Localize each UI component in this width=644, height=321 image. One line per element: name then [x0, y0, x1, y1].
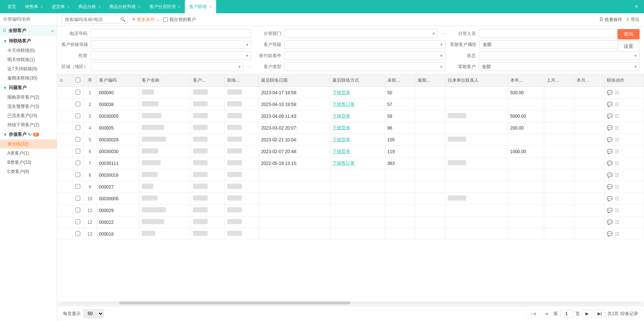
sidebar-item-churn-warning[interactable]: 流失预警客户(3)	[0, 102, 57, 111]
row-checkbox[interactable]	[75, 90, 80, 95]
contact-icon[interactable]: 💬	[607, 184, 613, 190]
more-action-icon[interactable]: ☷	[615, 231, 619, 237]
contact-icon[interactable]: 💬	[607, 160, 613, 166]
row-checkbox[interactable]	[75, 219, 80, 224]
more-action-icon[interactable]: ☷	[615, 90, 619, 95]
nav-sales[interactable]: 销售单 ×	[21, 0, 47, 13]
nav-home[interactable]: 首页	[3, 0, 21, 13]
scrollbar-thumb[interactable]	[119, 301, 351, 304]
filter-status-select[interactable]	[479, 51, 640, 60]
prev-page-button[interactable]: ◀	[541, 310, 551, 318]
nav-customer-contact-close[interactable]: ×	[209, 4, 211, 9]
row-checkbox[interactable]	[75, 113, 80, 118]
nav-analysis-close[interactable]: ×	[98, 4, 101, 9]
filter-price-level-select[interactable]	[91, 40, 251, 49]
search-icon[interactable]: 🔍	[120, 17, 126, 22]
sidebar-item-7days[interactable]: 近7天待联络(0)	[0, 64, 57, 74]
contact-icon[interactable]: 💬	[607, 125, 613, 131]
contact-icon[interactable]: 💬	[607, 102, 613, 107]
row-checkbox[interactable]	[75, 137, 80, 142]
filter-customer-type-select[interactable]	[284, 62, 445, 71]
nav-sales-close[interactable]: ×	[41, 4, 43, 9]
sidebar-item-today[interactable]: 今天待联络(0)	[0, 46, 57, 55]
nav-analysis[interactable]: 商品分析 ×	[74, 0, 105, 13]
filter-retail-attr-select[interactable]: 全部	[479, 40, 640, 49]
filter-retail-customer-select[interactable]: 全部	[479, 62, 640, 71]
row-checkbox[interactable]	[75, 196, 80, 201]
filter-payment-select[interactable]	[284, 51, 445, 60]
row-checkbox[interactable]	[75, 208, 80, 212]
contact-icon[interactable]: 💬	[607, 219, 613, 225]
more-action-icon[interactable]: ☷	[615, 184, 619, 190]
region-more-icon[interactable]: ···	[247, 64, 251, 69]
filter-dept-select[interactable]	[284, 29, 437, 38]
filter-customer-level-select[interactable]	[284, 40, 445, 49]
sidebar-group-pending[interactable]: ▼ 待联络客户	[0, 36, 57, 46]
settings-icon[interactable]: ⚙	[59, 78, 63, 83]
nav-analysis-list[interactable]: 商品分析列表 ×	[105, 0, 145, 13]
my-customers-checkbox-wrap[interactable]: 我分管的客户	[163, 17, 196, 23]
contact-icon[interactable]: 💬	[607, 172, 613, 178]
more-action-icon[interactable]: ☷	[615, 219, 619, 225]
sidebar-group-value[interactable]: ▼ 价值客户 ↻ F	[0, 130, 57, 140]
first-page-button[interactable]: |◀	[528, 310, 539, 318]
more-action-icon[interactable]: ☷	[615, 172, 619, 178]
contact-icon[interactable]: 💬	[607, 113, 613, 119]
more-action-icon[interactable]: ☷	[615, 149, 619, 154]
row-checkbox[interactable]	[75, 231, 80, 236]
more-action-icon[interactable]: ☷	[615, 208, 619, 213]
more-filters-button[interactable]: ▼ 更多条件 ⌄	[131, 17, 159, 23]
filter-manager-select[interactable]	[479, 29, 632, 38]
row-checkbox[interactable]	[75, 149, 80, 154]
my-customers-checkbox[interactable]	[163, 17, 168, 22]
contact-icon[interactable]: 💬	[607, 231, 613, 237]
refresh-icon[interactable]: ↻	[28, 132, 32, 137]
export-button[interactable]: ⇩ 导出	[626, 17, 640, 23]
contact-icon[interactable]: 💬	[607, 208, 613, 213]
batch-op-button[interactable]: ☰ 批量操作	[599, 17, 622, 23]
more-action-icon[interactable]: ☷	[615, 137, 619, 142]
filter-nature-select[interactable]	[90, 51, 251, 60]
sidebar-item-c-class[interactable]: C类客户(6)	[0, 167, 57, 176]
row-checkbox[interactable]	[75, 160, 80, 165]
more-action-icon[interactable]: ☷	[615, 125, 619, 131]
collapse-icon[interactable]: «	[51, 28, 54, 33]
nav-customer-tier-close[interactable]: ×	[178, 4, 180, 9]
sidebar-item-abnormal[interactable]: 囤购异常客户(2)	[0, 93, 57, 102]
page-size-select[interactable]: 50 10 20 100	[84, 309, 104, 318]
page-input[interactable]	[560, 310, 573, 318]
contact-icon[interactable]: 💬	[607, 149, 613, 154]
main-search-input[interactable]	[65, 17, 120, 22]
sidebar-group-problem[interactable]: ▼ 问题客户	[0, 83, 57, 93]
nav-customer-contact[interactable]: 客户联络 ×	[185, 0, 216, 13]
more-action-icon[interactable]: ☷	[615, 196, 619, 201]
row-checkbox[interactable]	[75, 125, 80, 130]
sidebar-item-tomorrow[interactable]: 明天待联络(1)	[0, 55, 57, 64]
sidebar-item-lost[interactable]: 已流失客户(24)	[0, 111, 57, 120]
contact-icon[interactable]: 💬	[607, 90, 613, 95]
last-page-button[interactable]: ▶|	[594, 310, 605, 318]
sidebar-all-customers[interactable]: ⁝⁝ 全部客户 «	[0, 25, 57, 36]
reset-button[interactable]: 设置	[617, 41, 640, 52]
contact-icon[interactable]: 💬	[607, 137, 613, 142]
row-checkbox[interactable]	[75, 102, 80, 106]
more-action-icon[interactable]: ☷	[615, 113, 619, 119]
nav-customer-tier[interactable]: 客户分层经营 ×	[145, 0, 185, 13]
filter-region-select[interactable]	[91, 62, 243, 71]
horizontal-scrollbar[interactable]	[61, 301, 640, 304]
more-action-icon[interactable]: ☷	[615, 160, 619, 166]
sidebar-item-overdue[interactable]: 逾期未联络(30)	[0, 74, 57, 83]
contact-icon[interactable]: 💬	[607, 196, 613, 201]
select-all-checkbox[interactable]	[75, 78, 80, 82]
sidebar-search-input[interactable]	[3, 17, 57, 22]
query-button[interactable]: 查询	[617, 29, 640, 39]
sidebar-item-a-class[interactable]: A类客户(1)	[0, 149, 57, 158]
filter-phone-input[interactable]	[90, 29, 251, 38]
more-action-icon[interactable]: ☷	[615, 102, 619, 107]
window-close-button[interactable]: ×	[632, 3, 641, 10]
nav-purchase[interactable]: 进货单 ×	[47, 0, 74, 13]
row-checkbox[interactable]	[75, 184, 80, 189]
sidebar-item-ungroup[interactable]: 未分组(32)	[0, 140, 57, 149]
sidebar-item-declining[interactable]: 持续下滑客户(2)	[0, 120, 57, 130]
nav-analysis-list-close[interactable]: ×	[138, 4, 140, 9]
